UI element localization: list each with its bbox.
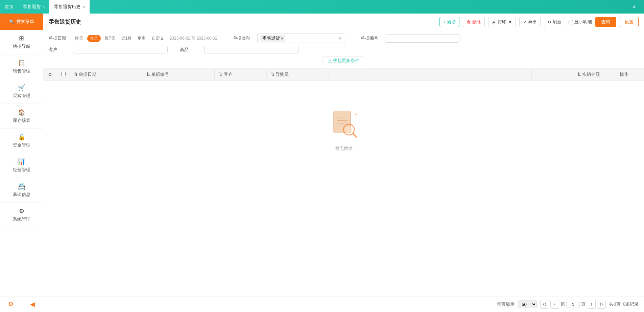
- refresh-icon: ↺: [548, 20, 551, 25]
- delete-icon: 🗑: [467, 20, 471, 25]
- show-detail-checkbox[interactable]: [569, 20, 573, 24]
- date-btn-more[interactable]: 更多: [136, 35, 148, 42]
- tab-retail-return-history[interactable]: 零售退货历史 ×: [49, 0, 89, 14]
- page-suffix: 页: [581, 301, 586, 307]
- inventory-icon: 🏠: [18, 109, 25, 116]
- print-dropdown-icon: ▼: [508, 20, 512, 25]
- th-bill-no: ⇅ 单据编号: [142, 69, 214, 81]
- filter-area: 单据日期 昨天 今天 近7天 近1月 更多 自定义 2023-06-02 至 2…: [43, 30, 644, 69]
- tab-retail-return-close[interactable]: ×: [43, 5, 45, 9]
- table-container: ⚙ ⇅ 单据日期 ⇅ 单据编号 ⇅ 客户: [43, 69, 644, 296]
- next-page-button[interactable]: ⟩: [587, 300, 596, 309]
- last-page-button[interactable]: ⟩⟩: [597, 300, 606, 309]
- show-detail-checkbox-label[interactable]: 显示明细: [569, 19, 592, 25]
- tab-retail-return[interactable]: 零售退货 ×: [18, 0, 49, 14]
- sidebar-search[interactable]: 🔍 搜索菜单: [0, 14, 43, 30]
- th-action: 操作: [604, 69, 644, 81]
- date-filter-label: 单据日期: [49, 35, 68, 41]
- sidebar: 🔍 搜索菜单 ⊞ 快捷导航 📋 销售管理 🛒 采购管理 🏠 库存核算 🔒 资金管…: [0, 14, 43, 312]
- sidebar-item-system-mgmt[interactable]: ⚙ 系统管理: [0, 203, 43, 227]
- date-btn-custom[interactable]: 自定义: [150, 35, 166, 42]
- page-header: 零售退货历史 + 新增 🗑 删除 🖨 打印 ▼ ↗ 导出: [43, 14, 644, 30]
- bill-no-input[interactable]: [385, 34, 459, 43]
- sales-icon: 📋: [18, 59, 25, 67]
- column-settings-icon[interactable]: ⚙: [48, 72, 52, 77]
- goods-filter-label: 商品: [180, 47, 199, 53]
- top-bar: + 新增 首页 零售退货 × 零售退货历史 × ×: [0, 0, 644, 14]
- sidebar-item-inventory[interactable]: 🏠 库存核算: [0, 104, 43, 129]
- sidebar-item-operation-mgmt[interactable]: 📊 经营管理: [0, 153, 43, 178]
- sidebar-item-sales-mgmt[interactable]: 📋 销售管理: [0, 54, 43, 79]
- table-header-row: ⚙ ⇅ 单据日期 ⇅ 单据编号 ⇅ 客户: [43, 69, 644, 81]
- sidebar-search-label: 搜索菜单: [17, 19, 34, 25]
- date-btn-1month[interactable]: 近1月: [119, 35, 134, 42]
- customer-input[interactable]: ...: [73, 46, 168, 53]
- query-button[interactable]: 查询: [595, 17, 616, 27]
- goods-input[interactable]: ...: [204, 46, 299, 53]
- new-icon: +: [443, 20, 446, 25]
- sidebar-bottom: ⚙ ◀: [0, 296, 43, 312]
- th-checkbox[interactable]: [57, 69, 70, 81]
- sidebar-item-finance-mgmt[interactable]: 🔒 资金管理: [0, 129, 43, 153]
- settings-icon[interactable]: ⚙: [8, 300, 14, 308]
- tab-retail-return-history-close[interactable]: ×: [82, 5, 85, 9]
- collapse-button[interactable]: △ 收起更多条件: [323, 56, 365, 65]
- per-page-label: 每页显示: [497, 301, 515, 307]
- collapse-sidebar-icon[interactable]: ◀: [30, 300, 35, 308]
- th-customer: ⇅ 客户: [215, 69, 267, 81]
- th-settings[interactable]: ⚙: [43, 69, 57, 81]
- empty-text: 暂无数据: [335, 146, 353, 152]
- sidebar-item-label: 销售管理: [13, 68, 30, 74]
- export-button[interactable]: ↗ 导出: [519, 17, 541, 27]
- prev-page-button[interactable]: ⟨: [550, 300, 559, 309]
- collapse-icon: △: [328, 58, 332, 63]
- customer-filter-label: 客户: [49, 47, 68, 53]
- sidebar-item-label: 基础信息: [13, 192, 30, 198]
- filter-row-1: 单据日期 昨天 今天 近7天 近1月 更多 自定义 2023-06-02 至 2…: [49, 34, 639, 43]
- tag-close-icon[interactable]: ×: [281, 36, 284, 41]
- pagination-nav: ⟨⟨ ⟨ 第 页 ⟩ ⟩⟩: [540, 300, 606, 309]
- th-date: ⇅ 单据日期: [70, 69, 142, 81]
- quick-nav-icon: ⊞: [19, 35, 24, 42]
- sidebar-item-quick-nav[interactable]: ⊞ 快捷导航: [0, 30, 43, 54]
- empty-icon: ✦: [327, 108, 361, 141]
- export-icon: ↗: [523, 20, 527, 25]
- print-button[interactable]: 🖨 打印 ▼: [488, 17, 516, 27]
- setting-button[interactable]: 设置: [620, 17, 639, 27]
- per-page-select[interactable]: 20 50 100: [518, 300, 537, 308]
- select-dropdown-icon: ▼: [338, 36, 342, 41]
- system-mgmt-icon: ⚙: [19, 207, 24, 215]
- empty-state: ✦ 暂无数据: [43, 81, 644, 179]
- new-button[interactable]: + 新增: [439, 17, 460, 27]
- sidebar-item-label: 库存核算: [13, 117, 30, 124]
- purchase-icon: 🛒: [18, 84, 25, 91]
- tab-home[interactable]: + 新增 首页: [0, 0, 18, 14]
- th-spacer: [329, 69, 531, 81]
- date-btn-yesterday[interactable]: 昨天: [73, 35, 85, 42]
- sidebar-item-label: 系统管理: [13, 216, 30, 222]
- empty-state-row: ✦ 暂无数据: [43, 81, 644, 179]
- basic-info-icon: 📇: [18, 183, 25, 190]
- sidebar-item-label: 资金管理: [13, 142, 30, 148]
- table-body: ✦ 暂无数据: [43, 81, 644, 179]
- date-btn-today[interactable]: 今天: [87, 35, 101, 42]
- delete-button[interactable]: 🗑 删除: [463, 17, 485, 27]
- refresh-button[interactable]: ↺ 刷新: [544, 17, 565, 27]
- toolbar: + 新增 🗑 删除 🖨 打印 ▼ ↗ 导出 ↺ 刷新: [439, 17, 639, 27]
- bill-type-label: 单据类型: [233, 35, 252, 41]
- th-guide: ⇅ 导购员: [266, 69, 329, 81]
- sidebar-item-purchase-mgmt[interactable]: 🛒 采购管理: [0, 79, 43, 104]
- date-btn-7days[interactable]: 近7天: [103, 35, 117, 42]
- svg-point-5: [345, 126, 352, 133]
- close-window-button[interactable]: ×: [629, 3, 639, 10]
- bill-type-select[interactable]: 零售退货 × ▼: [257, 34, 345, 43]
- svg-text:✦: ✦: [354, 112, 358, 117]
- first-page-button[interactable]: ⟨⟨: [540, 300, 549, 309]
- svg-line-6: [353, 133, 356, 137]
- page-number-input[interactable]: [566, 301, 580, 308]
- sidebar-item-basic-info[interactable]: 📇 基础信息: [0, 178, 43, 203]
- select-all-checkbox[interactable]: [61, 72, 66, 76]
- operation-icon: 📊: [18, 158, 25, 165]
- data-table: ⚙ ⇅ 单据日期 ⇅ 单据编号 ⇅ 客户: [43, 69, 644, 179]
- pagination-total: 共0页, 0条记录: [609, 301, 639, 307]
